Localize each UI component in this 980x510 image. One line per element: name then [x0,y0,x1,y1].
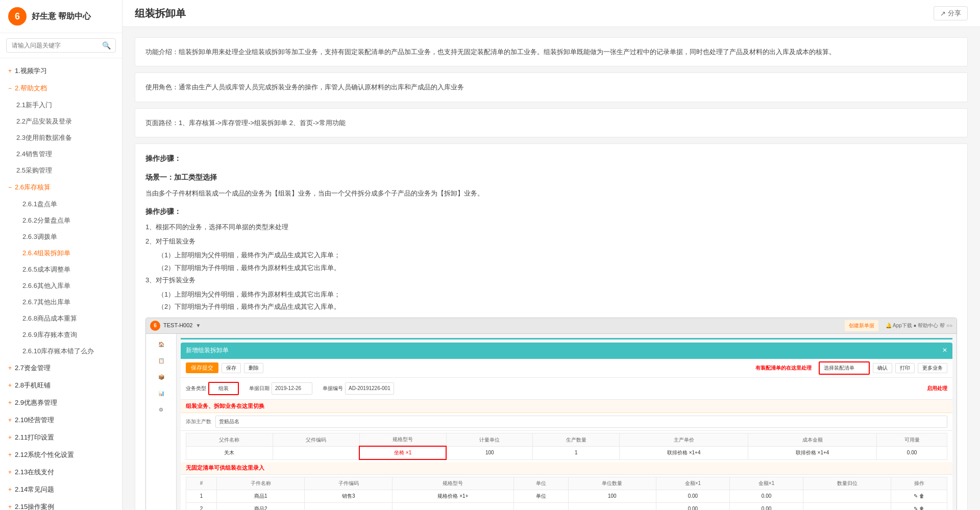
sidebar-item-2-9[interactable]: + 2.9优惠券管理 [0,394,122,411]
upper-table: 父件名称 父件编码 规格型号 计量单位 生产数量 主产单价 成本金额 可用量 [186,433,947,460]
th-unit-price: 主产单价 [620,433,748,447]
th-spec: 规格型号 [359,433,446,447]
sidebar-item-2-6-7[interactable]: 2.6.7其他出库单 [0,294,122,310]
step3-text: 3、对于拆装业务 [145,274,957,286]
sidebar-item-2-15[interactable]: + 2.15操作案例 [0,498,122,510]
save-submit-btn[interactable]: 保存提交 [186,362,218,373]
sidebar-item-2-6-8[interactable]: 2.6.8商品成本重算 [0,310,122,327]
sidebar-item-docs[interactable]: − 2.帮助文档 [0,80,122,97]
cell-unit-price: 联排价格 ×1+4 [620,446,748,459]
confirm-btn[interactable]: 确认 [873,363,892,373]
sidebar-item-video[interactable]: + 1.视频学习 [0,62,122,80]
outer-nav-home[interactable]: 🏠 [148,338,174,351]
cell-cost: 联排价格 ×1+4 [748,446,877,459]
share-button[interactable]: ↗ 分享 [934,6,968,20]
doc-type-input[interactable]: 组装 [208,382,239,395]
annotation4-row: 无固定清单可供组装在这里录入 [181,462,952,475]
ops-section: 操作步骤： 场景一：加工类型选择 当由多个子件材料组装成一个成品的业务为【组装】… [135,143,968,510]
sidebar-item-2-6-9[interactable]: 2.6.9库存账本查询 [0,327,122,343]
search-icon[interactable]: 🔍 [102,41,111,50]
search-box[interactable]: 🔍 [0,33,122,58]
expand-icon-2-10: + [8,417,12,424]
scenario1-heading: 场景一：加工类型选择 [145,171,957,184]
assemble-select[interactable]: 选择装配清单 [819,361,870,375]
sidebar-item-2-6-3[interactable]: 2.6.3调拨单 [0,229,122,245]
sidebar-item-2-10[interactable]: + 2.10经营管理 [0,411,122,429]
th-qty: 生产数量 [533,433,620,447]
annotation2-row: 组装业务、拆卸业务在这里切换 [181,400,952,414]
share-icon: ↗ [940,10,946,17]
sidebar-item-2-5[interactable]: 2.5采购管理 [0,162,122,179]
outer-nav-orders[interactable]: 📋 [148,354,174,368]
sidebar-item-2-6[interactable]: − 2.6库存核算 [0,179,122,196]
sidebar-item-2-1[interactable]: 2.1新手入门 [0,97,122,113]
annotation1: 有装配清单的在这里处理 [755,363,812,373]
save-btn[interactable]: 保存 [222,363,241,373]
inner-form-section: 业务类型 组装 单据日期 2019-12-26 单据编号 AD-20191226… [181,378,952,400]
outer-left-nav: 🏠 📋 📦 📊 ⚙ [146,334,177,510]
sidebar-item-2-3[interactable]: 2.3使用前数据准备 [0,130,122,146]
print-btn[interactable]: 打印 [895,363,915,373]
scenario1-text: 当由多个子件材料组装成一个成品的业务为【组装】业务，当由一个父件拆分成多个子产品… [145,187,957,199]
sidebar-item-2-6-1[interactable]: 2.6.1盘点单 [0,196,122,212]
sidebar-item-2-4[interactable]: 2.4销售管理 [0,146,122,162]
ops-steps-heading: 操作步骤： [145,205,957,218]
lower-table-row-1: 1 商品1 销售3 规格价格 ×1+ 单位 100 0.00 0.00 [186,490,947,503]
outer-nav-settings[interactable]: ⚙ [148,403,174,417]
create-new-btn[interactable]: 创建新单据 [845,320,878,331]
outer-dropdown: ▼ [195,321,201,330]
main-content: 功能介绍：组装拆卸单用来处理企业组装或拆卸等加工业务，支持有固定装配清单的产品加… [122,27,980,510]
order-date-input[interactable]: 2019-12-26 [272,382,312,395]
outer-nav-goods[interactable]: 📦 [148,371,174,384]
sidebar-item-2-6-6[interactable]: 2.6.6其他入库单 [0,278,122,294]
upper-table-row-1: 关木 坐椅 ×1 100 1 联排价格 ×1+4 联排价格 ×1+4 0.00 [186,446,947,459]
step3-sub1-text: （1）上部明细为父件明细，最终作为原材料生成其它出库单； [145,288,957,301]
expand-icon-2-13: + [8,469,12,476]
order-date-label: 单据日期 [249,384,270,393]
product-search-input[interactable]: 货赔品名 [215,416,947,428]
sidebar-item-2-13[interactable]: + 2.13在线支付 [0,464,122,481]
sidebar-item-2-6-4[interactable]: 2.6.4组装拆卸单 [0,245,122,261]
outer-nav-report[interactable]: 📊 [148,387,174,400]
upper-table-section: 父件名称 父件编码 规格型号 计量单位 生产数量 主产单价 成本金额 可用量 [181,431,952,462]
nav-list: + 1.视频学习 − 2.帮助文档 2.1新手入门 2.2产品安装及登录 2.3… [0,58,122,510]
cell-spec: 坐椅 ×1 [359,446,446,459]
feature-intro-card: 功能介绍：组装拆卸单用来处理企业组装或拆卸等加工业务，支持有固定装配清单的产品加… [135,37,968,66]
sidebar-item-2-14[interactable]: + 2.14常见问题 [0,481,122,498]
outer-content-area: 🏠 📋 📦 📊 ⚙ 新增组装拆卸单 [146,334,957,510]
batch-input[interactable]: AD-20191226-001 [345,382,394,395]
batch-label: 单据编号 [323,384,343,393]
sidebar-item-2-6-5[interactable]: 2.6.5成本调整单 [0,261,122,278]
cell-parent-name: 关木 [186,446,273,459]
sidebar-item-2-7[interactable]: + 2.7资金管理 [0,359,122,377]
more-btn[interactable]: 更多业务 [918,363,947,373]
app-logo-text: 好生意 帮助中心 [32,11,91,22]
th-child-qty: 单位数量 [568,477,656,490]
annotation2: 组装业务、拆卸业务在这里切换 [186,403,264,409]
th-child-unit: 单位 [513,477,568,490]
th-available: 可用量 [877,433,947,447]
logo-area: 6 好生意 帮助中心 [0,0,122,33]
sidebar-item-2-11[interactable]: + 2.11打印设置 [0,429,122,446]
lower-table: # 子件名称 子件编码 规格型号 单位 单位数量 金额×1 金额×1 [186,477,947,510]
inner-titlebar: 新增组装拆卸单 ✕ [181,343,952,359]
sidebar-item-2-6-10[interactable]: 2.6.10库存账本错了么办 [0,343,122,359]
th-child-ops: 操作 [891,477,947,490]
outer-logo: 6 [150,321,160,331]
sidebar-item-2-2[interactable]: 2.2产品安装及登录 [0,113,122,130]
sidebar-item-2-12[interactable]: + 2.12系统个性化设置 [0,446,122,464]
th-cost: 成本金额 [748,433,877,447]
screenshot-frame: 6 TEST-H002 ▼ 创建新单据 🔔 App下载 ● 帮助中心 帮 ○○ … [145,318,957,510]
outer-nav-bar: 6 TEST-H002 ▼ 创建新单据 🔔 App下载 ● 帮助中心 帮 ○○ [146,318,957,334]
sidebar-item-2-8[interactable]: + 2.8手机旺铺 [0,377,122,394]
expand-icon-2-8: + [8,382,12,389]
inner-close-btn[interactable]: ✕ [942,345,947,356]
user-role-card: 使用角色：通常由生产人员或库管人员完成拆装业务的操作，库管人员确认原材料的出库和… [135,72,968,102]
th-parent-name: 父件名称 [186,433,273,447]
inner-window-title: 新增组装拆卸单 [186,345,229,356]
doc-type-field: 业务类型 组装 [186,382,239,395]
search-input[interactable] [6,38,116,53]
expand-icon-2-15: + [8,503,12,510]
sidebar-item-2-6-2[interactable]: 2.6.2分量盘点单 [0,212,122,229]
delete-btn[interactable]: 删除 [244,363,263,373]
